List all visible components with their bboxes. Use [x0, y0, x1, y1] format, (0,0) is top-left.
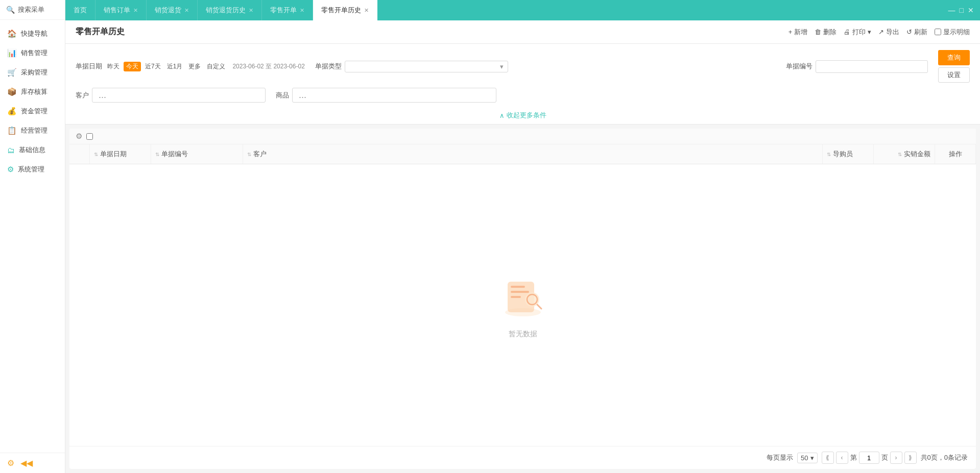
goods-filter: 商品 ...	[276, 88, 970, 103]
th-num[interactable]: ⇅ 单据编号	[151, 144, 243, 164]
page-suffix: 页	[881, 453, 888, 462]
goods-select[interactable]: ...	[292, 88, 496, 103]
th-date-label: 单据日期	[100, 150, 127, 159]
sidebar-item-label: 系统管理	[18, 165, 44, 174]
query-button[interactable]: 查询	[938, 50, 970, 65]
add-label: + 新增	[788, 28, 807, 37]
table-header: ⇅ 单据日期 ⇅ 单据编号 ⇅ 客户 ⇅ 导购员 ⇅ 实销金额	[69, 144, 976, 164]
close-icon[interactable]: ✕	[133, 7, 138, 14]
num-input[interactable]	[816, 60, 928, 73]
per-page-label: 每页显示	[767, 453, 793, 462]
tab-home[interactable]: 首页	[65, 0, 95, 20]
sidebar-item-label: 销售管理	[21, 48, 47, 58]
sort-icon: ⇅	[247, 152, 251, 157]
table-toolbar: ⚙	[69, 129, 976, 144]
customer-select[interactable]: ...	[92, 88, 266, 103]
sidebar-item-sys-mgmt[interactable]: ⚙ 系统管理	[0, 160, 65, 179]
shortcut-more[interactable]: 更多	[186, 62, 203, 71]
table-container: ⚙ ⇅ 单据日期 ⇅ 单据编号 ⇅ 客户 ⇅	[69, 129, 976, 469]
total-info: 共0页，0条记录	[921, 453, 968, 462]
query-actions: 查询 设置	[938, 50, 970, 83]
tab-sales-return-history-label: 销货退货历史	[206, 6, 246, 15]
shortcut-7days[interactable]: 近7天	[143, 62, 163, 71]
shortcut-custom[interactable]: 自定义	[205, 62, 227, 71]
sidebar-search[interactable]: 🔍 搜索采单	[0, 0, 65, 20]
sidebar-item-inventory[interactable]: 📦 库存核算	[0, 82, 65, 102]
sidebar-item-finance[interactable]: 💰 资金管理	[0, 102, 65, 121]
th-customer[interactable]: ⇅ 客户	[243, 144, 823, 164]
th-op: 操作	[935, 144, 976, 164]
close-icon[interactable]: ✕	[364, 7, 369, 14]
sidebar-item-basic-info[interactable]: 🗂 基础信息	[0, 140, 65, 160]
sidebar-item-quick-nav[interactable]: 🏠 快捷导航	[0, 24, 65, 43]
th-date[interactable]: ⇅ 单据日期	[90, 144, 151, 164]
customer-more-icon[interactable]: ...	[99, 90, 106, 101]
close-window-button[interactable]: ✕	[968, 6, 974, 14]
sidebar-item-purchase-mgmt[interactable]: 🛒 采购管理	[0, 63, 65, 82]
last-page-button[interactable]: ⟫	[904, 452, 917, 464]
close-icon[interactable]: ✕	[249, 7, 253, 14]
tab-retail-open-label: 零售开单	[270, 6, 297, 15]
th-amount-label: 实销金额	[904, 150, 930, 159]
date-range: 2023-06-02 至 2023-06-02	[232, 62, 304, 71]
tab-sales-return-label: 销货退货	[155, 6, 181, 15]
collapse-sidebar-icon[interactable]: ◀◀	[20, 458, 33, 468]
tab-retail-open[interactable]: 零售开单 ✕	[262, 0, 313, 20]
export-label: 导出	[886, 28, 899, 37]
shortcut-today[interactable]: 今天	[124, 62, 141, 71]
th-checkbox	[69, 144, 90, 164]
type-filter: 单据类型 ▾	[315, 61, 776, 72]
tab-sales-return-history[interactable]: 销货退货历史 ✕	[198, 0, 262, 20]
tab-sales-return[interactable]: 销货退货 ✕	[147, 0, 198, 20]
gear-icon: ⚙	[7, 165, 14, 174]
delete-button[interactable]: 🗑 删除	[815, 28, 836, 37]
sidebar-item-label: 基础信息	[19, 145, 45, 155]
th-guide[interactable]: ⇅ 导购员	[823, 144, 874, 164]
export-button[interactable]: ↗ 导出	[878, 28, 899, 37]
minimize-button[interactable]: —	[948, 6, 955, 14]
prev-page-button[interactable]: ‹	[836, 452, 848, 464]
table-setting-icon[interactable]: ⚙	[76, 132, 82, 141]
maximize-button[interactable]: □	[960, 6, 964, 14]
toolbar: + 新增 🗑 删除 🖨 打印 ▾ ↗ 导出 ↺ 刷新	[788, 28, 970, 37]
page-num-input[interactable]	[859, 452, 879, 464]
window-controls: — □ ✕	[942, 0, 980, 20]
sidebar-item-sales-mgmt[interactable]: 📊 销售管理	[0, 43, 65, 63]
tab-sales-order[interactable]: 销售订单 ✕	[95, 0, 147, 20]
shortcut-yesterday[interactable]: 昨天	[105, 62, 122, 71]
tab-retail-history[interactable]: 零售开单历史 ✕	[313, 0, 377, 20]
refresh-button[interactable]: ↺ 刷新	[906, 28, 927, 37]
close-icon[interactable]: ✕	[300, 7, 304, 14]
delete-icon: 🗑	[815, 28, 821, 36]
type-select[interactable]: ▾	[345, 61, 508, 72]
add-button[interactable]: + 新增	[788, 28, 807, 37]
show-detail-checkbox[interactable]	[935, 29, 941, 35]
page-title: 零售开单历史	[76, 27, 125, 37]
empty-illustration	[497, 271, 548, 322]
shortcut-1month[interactable]: 近1月	[165, 62, 185, 71]
clipboard-icon: 📋	[7, 126, 17, 135]
collapse-more-btn[interactable]: ∧ 收起更多条件	[76, 108, 970, 124]
th-amount[interactable]: ⇅ 实销金额	[874, 144, 935, 164]
goods-more-icon[interactable]: ...	[299, 90, 306, 101]
sort-icon: ⇅	[827, 152, 831, 157]
sidebar-menu: 🏠 快捷导航 📊 销售管理 🛒 采购管理 📦 库存核算 💰 资金管理 📋 经营管…	[0, 20, 65, 453]
first-page-button[interactable]: ⟪	[822, 452, 834, 464]
search-icon: 🔍	[6, 6, 15, 14]
sidebar-item-label: 快捷导航	[21, 29, 47, 38]
sidebar-item-operation[interactable]: 📋 经营管理	[0, 121, 65, 140]
filter-row-2: 客户 ... 商品 ...	[76, 88, 970, 103]
select-all-checkbox[interactable]	[86, 133, 93, 140]
page-header: 零售开单历史 + 新增 🗑 删除 🖨 打印 ▾ ↗ 导出	[65, 20, 980, 44]
page-nav: ⟪ ‹ 第 页 › ⟫	[822, 452, 917, 464]
show-detail-btn[interactable]: 显示明细	[935, 28, 970, 37]
setting-button[interactable]: 设置	[938, 67, 970, 83]
per-page-select[interactable]: 50 ▾	[797, 453, 817, 463]
num-label: 单据编号	[786, 62, 812, 71]
show-detail-label: 显示明细	[943, 28, 970, 37]
close-icon[interactable]: ✕	[184, 7, 189, 14]
print-button[interactable]: 🖨 打印 ▾	[844, 28, 871, 37]
next-page-button[interactable]: ›	[890, 452, 902, 464]
settings-icon[interactable]: ⚙	[7, 458, 14, 468]
svg-rect-4	[511, 296, 521, 298]
